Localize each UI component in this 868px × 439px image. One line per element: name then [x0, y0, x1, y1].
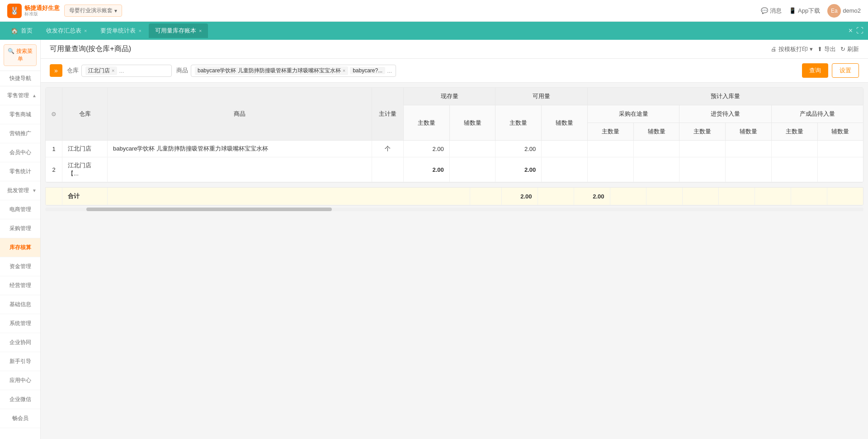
- warehouse-tag-text: 江北门店: [88, 67, 110, 75]
- industry-select[interactable]: 母婴行业演示账套 ▾: [64, 5, 122, 17]
- row2-pending-main: [679, 157, 726, 182]
- row2-product: [108, 157, 372, 182]
- product-dots[interactable]: ...: [387, 67, 392, 74]
- footer-stock-aux: [538, 188, 574, 205]
- sidebar-label-newguide: 新手引导: [4, 358, 37, 365]
- refresh-icon: ↻: [840, 46, 845, 52]
- row1-purchase-main: [587, 141, 633, 157]
- message-btn[interactable]: 💬 消息: [761, 7, 782, 15]
- warehouse-tag: 江北门店 ×: [85, 66, 117, 75]
- tab-receipts[interactable]: 收发存汇总表 ×: [40, 24, 93, 38]
- footer-p4: [755, 188, 791, 205]
- stock-main-header: 主数量: [404, 105, 450, 141]
- stock-aux-header: 辅数量: [449, 105, 495, 141]
- message-label: 消息: [770, 7, 782, 15]
- sidebar-item-purchase[interactable]: 采购管理: [0, 219, 40, 238]
- sidebar-item-marketing[interactable]: 营销推广: [0, 124, 40, 143]
- tab-available[interactable]: 可用量库存账本 ×: [149, 24, 208, 38]
- sidebar-item-system[interactable]: 系统管理: [0, 314, 40, 333]
- sidebar-label-basic: 基础信息: [4, 301, 37, 308]
- top-bar-left: 🐰 畅捷通好生意 标准版 母婴行业演示账套 ▾: [7, 4, 122, 18]
- sidebar-item-ecommerce[interactable]: 电商管理: [0, 200, 40, 219]
- row1-warehouse: 江北门店: [62, 141, 108, 157]
- footer-label: 合计: [62, 188, 107, 205]
- tab-home[interactable]: 🏠 首页: [5, 24, 39, 38]
- footer-empty-2: [107, 188, 470, 205]
- export-btn[interactable]: ⬆ 导出: [817, 45, 836, 53]
- settings-button[interactable]: 设置: [832, 63, 859, 78]
- home-icon: 🏠: [11, 28, 18, 34]
- sidebar-label-finance: 资金管理: [4, 263, 37, 270]
- row1-pending-main: [679, 141, 726, 157]
- warehouse-dots[interactable]: ...: [119, 67, 124, 74]
- sidebar-item-appcenter[interactable]: 应用中心: [0, 371, 40, 390]
- current-stock-header: 现存量: [404, 88, 495, 105]
- quick-nav-btn[interactable]: 快捷导航: [0, 71, 40, 86]
- sidebar-item-basic[interactable]: 基础信息: [0, 295, 40, 314]
- product-filter-label: 商品: [176, 66, 188, 75]
- tab-available-label: 可用量库存账本: [155, 27, 196, 35]
- sidebar-item-member[interactable]: 会员中心: [0, 143, 40, 162]
- sidebar-label-system: 系统管理: [4, 320, 37, 327]
- purchase-transit-header: 采购在途量: [587, 105, 679, 123]
- print-btn[interactable]: 🖨 按模板打印 ▾: [771, 45, 813, 53]
- settings-col-header[interactable]: ⚙: [46, 88, 62, 141]
- product-tag-1-close[interactable]: ×: [343, 68, 345, 73]
- footer-p1: [646, 188, 682, 205]
- sidebar-item-store[interactable]: 零售商城: [0, 105, 40, 124]
- close-all-icon[interactable]: ×: [849, 27, 853, 35]
- query-button[interactable]: 查询: [802, 63, 828, 78]
- sidebar-item-operations[interactable]: 经营管理: [0, 276, 40, 295]
- sidebar-item-vip[interactable]: 畅会员: [0, 409, 40, 428]
- sidebar-item-finance[interactable]: 资金管理: [0, 257, 40, 276]
- product-tag-2-text: babycare?...: [353, 67, 382, 74]
- tab-orders[interactable]: 要货单统计表 ×: [94, 24, 147, 38]
- tab-orders-close[interactable]: ×: [138, 28, 141, 33]
- app-icon: 📱: [789, 7, 796, 14]
- sidebar-item-wechat[interactable]: 企业微信: [0, 390, 40, 409]
- warehouse-filter-group: 仓库 江北门店 × ...: [67, 65, 172, 77]
- warehouse-col-header: 仓库: [62, 88, 108, 141]
- sidebar-item-stats[interactable]: 零售统计: [0, 162, 40, 181]
- quick-nav-label: 快捷导航: [9, 75, 31, 81]
- search-menu-btn[interactable]: 🔍 搜索菜单: [4, 44, 37, 66]
- tab-available-close[interactable]: ×: [199, 28, 202, 33]
- row2-num: 2: [46, 157, 62, 182]
- sidebar-label-marketing: 营销推广: [4, 130, 37, 137]
- footer-p6: [827, 188, 863, 205]
- print-icon: 🖨: [771, 46, 777, 52]
- sidebar-item-zero-sales[interactable]: 零售管理 ▲: [0, 86, 40, 105]
- sidebar-item-enterprise[interactable]: 企业协同: [0, 333, 40, 352]
- expand-arrow-zero-sales: ▲: [32, 93, 37, 98]
- export-label: 导出: [824, 45, 836, 53]
- warehouse-tag-close[interactable]: ×: [112, 68, 114, 73]
- pending-aux-header: 辅数量: [726, 123, 772, 141]
- horizontal-scrollbar[interactable]: [45, 208, 863, 211]
- row2-available-main: 2.00: [495, 157, 542, 182]
- filter-toggle-btn[interactable]: »: [50, 64, 62, 77]
- product-tag-2: babycare?...: [350, 67, 385, 74]
- sidebar-item-inventory[interactable]: 库存核算: [0, 238, 40, 257]
- nav-tabs-right: × ⛶: [849, 27, 868, 35]
- product-aux-header: 辅数量: [817, 123, 863, 141]
- sidebar-label-wholesale: 批发管理: [4, 187, 32, 194]
- row1-product-main: [771, 141, 817, 157]
- table-row: 1 江北门店 babycare学饮杯 儿童防摔防撞吸管杯重力球吸嘴杯宝宝水杯 个…: [46, 141, 863, 157]
- row1-stock-main: 2.00: [404, 141, 450, 157]
- product-filter-input[interactable]: babycare学饮杯 儿童防摔防撞吸管杯重力球吸嘴杯宝宝水杯 × babyca…: [191, 65, 396, 77]
- sidebar-item-newguide[interactable]: 新手引导: [0, 352, 40, 371]
- scroll-thumb: [86, 208, 332, 211]
- row1-pending-aux: [726, 141, 772, 157]
- user-avatar-btn[interactable]: Ea demo2: [827, 4, 861, 18]
- purchase-aux-header: 辅数量: [633, 123, 679, 141]
- sidebar-item-wholesale[interactable]: 批发管理 ▼: [0, 181, 40, 200]
- row1-available-aux: [542, 141, 588, 157]
- warehouse-filter-input[interactable]: 江北门店 × ...: [81, 65, 172, 77]
- tab-receipts-close[interactable]: ×: [84, 28, 87, 33]
- brand-icon: 🐰: [7, 4, 22, 18]
- expand-icon[interactable]: ⛶: [856, 27, 863, 35]
- search-icon: 🔍: [8, 48, 14, 54]
- refresh-btn[interactable]: ↻ 刷新: [840, 45, 859, 53]
- row2-purchase-aux: [633, 157, 679, 182]
- app-download-btn[interactable]: 📱 App下载: [789, 7, 820, 15]
